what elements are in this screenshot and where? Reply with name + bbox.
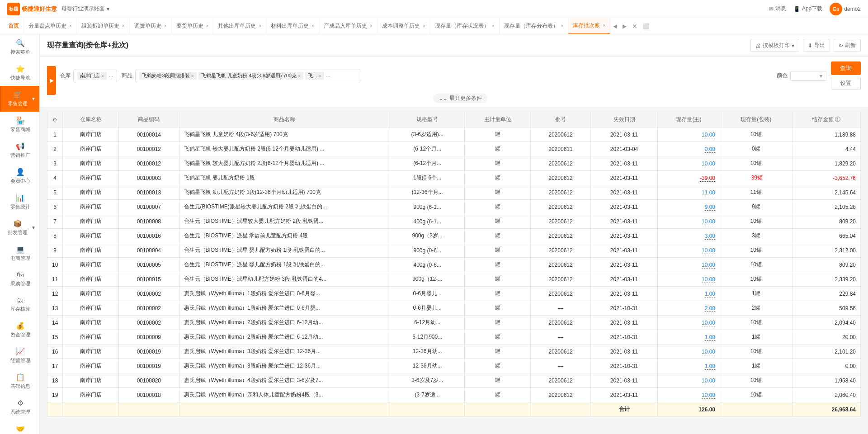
ecommerce-icon: 💻: [16, 245, 25, 254]
product-input[interactable]: 飞鹤奶粉3段同捆搭装 × 飞鹤星飞帆 儿童奶粉 4段(3-6岁适用) 700克 …: [135, 70, 361, 82]
tab-split[interactable]: 分量盘点单历史×: [24, 18, 77, 34]
tab-transfer[interactable]: 调拨单历史×: [130, 18, 172, 34]
table-row: 13 南岸门店 00100002 惠氏启赋（Wyeth illuma）1段奶粉 …: [47, 301, 861, 316]
sidebar-item-operations[interactable]: 📈 经营管理: [0, 343, 39, 368]
tab-other-out[interactable]: 其他出库单历史×: [213, 18, 266, 34]
tab-requisition[interactable]: 要货单历史×: [172, 18, 214, 34]
sidebar-item-wholesale[interactable]: 📦 批发管理 ▼: [0, 215, 39, 241]
warehouse-more[interactable]: ···: [108, 73, 113, 79]
print-dropdown-arrow: ▾: [792, 42, 794, 49]
sidebar-item-inventory[interactable]: 🗂 库存核算: [0, 292, 39, 317]
product-tag-1-remove[interactable]: ×: [191, 73, 194, 79]
logo-icon: 标题: [7, 3, 20, 15]
chevron-down-icon: ▼: [31, 96, 36, 101]
sidebar-item-ecommerce[interactable]: 💻 电商管理: [0, 241, 39, 266]
tab-cost-adj[interactable]: 成本调整单历史×: [377, 18, 430, 34]
product-tag-3: 飞... ×: [305, 72, 324, 80]
main-layout: 🔍 搜索英单 ⭐ 快捷导航 🛒 零售管理 ▼ 🏪 零售商城 📢 营销推广 👤 会…: [0, 34, 868, 434]
user-menu[interactable]: Ea demo2: [830, 3, 861, 15]
wholesale-icon: 📦: [13, 219, 22, 228]
color-dropdown-arrow: ▾: [820, 73, 822, 79]
warehouse-filter: 仓库 南岸门店 × ···: [60, 70, 117, 82]
col-qty-main: 现存量(主): [657, 112, 720, 127]
product-more[interactable]: ···: [326, 73, 330, 79]
avatar: Ea: [830, 3, 842, 15]
col-spec: 规格型号: [390, 112, 465, 127]
nav-close-all[interactable]: ✕: [629, 23, 640, 30]
sidebar-item-marketing[interactable]: 📢 营销推广: [0, 137, 39, 163]
org-selector[interactable]: 母婴行业演示账套 ▾: [61, 5, 109, 13]
star-icon: ⭐: [16, 65, 25, 73]
sidebar-item-retail[interactable]: 🛒 零售管理 ▼: [0, 86, 39, 112]
warehouse-tag-remove[interactable]: ×: [101, 73, 104, 79]
logo: 标题 畅捷通好生意: [7, 3, 57, 15]
top-bar-right: ✉ 消息 📱 App下载 Ea demo2: [769, 3, 861, 15]
sidebar-item-enterprise[interactable]: 🤝 企业协同: [0, 420, 39, 434]
message-btn[interactable]: ✉ 消息: [769, 5, 786, 13]
table-row: 3 南岸门店 00100012 飞鹤星飞帆 较大婴儿配方奶粉 2段(6-12个月…: [47, 156, 861, 171]
logo-text: 畅捷通好生意: [22, 5, 57, 13]
table-row: 12 南岸门店 00100002 惠氏启赋（Wyeth illuma）1段奶粉 …: [47, 287, 861, 301]
table-footer-row: 合计 126.00 26,968.64: [47, 402, 861, 417]
table-row: 18 南岸门店 00100020 惠氏启赋（Wyeth illuma）4段奶粉 …: [47, 373, 861, 388]
top-bar: 标题 畅捷通好生意 母婴行业演示账套 ▾ ✉ 消息 📱 App下载 Ea dem…: [0, 0, 868, 18]
tab-material-out[interactable]: 材料出库单历史×: [266, 18, 319, 34]
table-row: 14 南岸门店 00100002 惠氏启赋（Wyeth illuma）2段奶粉 …: [47, 316, 861, 330]
nav-next-arrow[interactable]: ▶: [620, 23, 629, 29]
col-balance: 结存金额 ①: [792, 112, 860, 127]
shop-icon: 🏪: [16, 116, 25, 125]
product-tag-3-remove[interactable]: ×: [319, 73, 321, 79]
sidebar-item-basic[interactable]: 📋 基础信息: [0, 368, 39, 394]
sidebar-item-retail-shop[interactable]: 🏪 零售商城: [0, 112, 39, 137]
sidebar-item-member[interactable]: 👤 会员中心: [0, 163, 39, 189]
footer-label: 合计: [591, 402, 658, 417]
table-row: 8 南岸门店 00100016 合生元（BIOSTIME）派星 学龄前儿童配方奶…: [47, 229, 861, 243]
expand-more-btn[interactable]: ⌄⌄ 展开更多条件: [433, 94, 487, 103]
col-code: 商品编码: [119, 112, 179, 127]
sidebar-item-system[interactable]: ⚙ 系统管理: [0, 394, 39, 420]
sidebar-item-search[interactable]: 🔍 搜索英单: [0, 34, 39, 60]
tab-stock-batch[interactable]: 库存批次账×: [568, 18, 610, 34]
tab-stock-dist[interactable]: 现存量（库存分布表）×: [500, 18, 569, 34]
filter-expand-btn[interactable]: ▶: [47, 66, 56, 95]
app-download-btn[interactable]: 📱 App下载: [793, 5, 822, 13]
export-btn[interactable]: ⬇ 导出: [803, 39, 830, 52]
content: 现存量查询(按仓库+批次) 🖨 按模板打印 ▾ ⬇ 导出 ↻ 刷新: [40, 34, 868, 434]
nav-tabs: 首页 分量盘点单历史× 组装拆卸单历史× 调拨单历史× 要货单历史× 其他出库单…: [0, 18, 868, 34]
tab-product-in[interactable]: 产成品入库单历史×: [319, 18, 377, 34]
warehouse-input[interactable]: 南岸门店 × ···: [73, 70, 117, 82]
sidebar-item-retail-stat[interactable]: 📊 零售统计: [0, 189, 39, 215]
enterprise-icon: 🤝: [16, 425, 25, 433]
table-row: 7 南岸门店 00100008 合生元（BIOSTIME）派星较大婴儿配方奶粉 …: [47, 214, 861, 229]
sidebar-item-shortcut[interactable]: ⭐ 快捷导航: [0, 60, 39, 86]
basic-icon: 📋: [16, 373, 25, 382]
product-tag-2-remove[interactable]: ×: [298, 73, 301, 79]
tab-stock-status[interactable]: 现存量（库存状况表）×: [430, 18, 500, 34]
nav-expand-arrow[interactable]: ⬜: [640, 23, 652, 29]
tab-combo[interactable]: 组装拆卸单历史×: [77, 18, 130, 34]
print-btn[interactable]: 🖨 按模板打印 ▾: [750, 39, 799, 52]
table-row: 4 南岸门店 00100003 飞鹤星飞帆 婴儿配方奶粉 1段 1段(0-6个.…: [47, 171, 861, 185]
page-title: 现存量查询(按仓库+批次): [47, 41, 128, 50]
product-filter: 商品 飞鹤奶粉3段同捆搭装 × 飞鹤星飞帆 儿童奶粉 4段(3-6岁适用) 70…: [122, 70, 772, 82]
sidebar: 🔍 搜索英单 ⭐ 快捷导航 🛒 零售管理 ▼ 🏪 零售商城 📢 营销推广 👤 会…: [0, 34, 40, 434]
table-row: 15 南岸门店 00100009 惠氏启赋（Wyeth illuma）2段奶粉 …: [47, 330, 861, 344]
expand-conditions: ⌄⌄ 展开更多条件: [60, 94, 861, 103]
settings-gear-icon[interactable]: ⚙: [52, 117, 57, 123]
refresh-btn[interactable]: ↻ 刷新: [834, 39, 861, 52]
sidebar-item-purchase[interactable]: 🛍 采购管理: [0, 266, 39, 292]
tab-home[interactable]: 首页: [4, 18, 24, 34]
marketing-icon: 📢: [16, 142, 25, 151]
filter-row: 仓库 南岸门店 × ··· 商品: [60, 61, 861, 90]
product-tag-1: 飞鹤奶粉3段同捆搭装 ×: [139, 72, 197, 80]
table-row: 19 南岸门店 00100018 惠氏启赋（Wyeth illuma）亲和人体儿…: [47, 388, 861, 402]
sidebar-item-finance[interactable]: 💰 资金管理: [0, 317, 39, 343]
search-btn[interactable]: 查询: [831, 61, 861, 75]
retail-icon: 🛒: [13, 90, 22, 99]
chevron-down-icon-2: ▼: [31, 225, 36, 230]
color-dropdown[interactable]: ▾: [790, 71, 826, 81]
setting-btn[interactable]: 设置: [831, 77, 861, 90]
col-settings[interactable]: ⚙: [47, 112, 63, 127]
col-name: 商品名称: [179, 112, 390, 127]
nav-prev-arrow[interactable]: ◀: [610, 23, 620, 29]
